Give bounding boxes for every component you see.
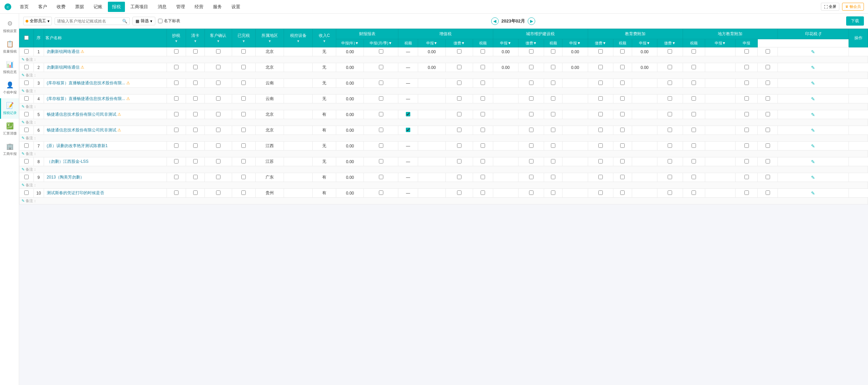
paid-checkbox-4[interactable] <box>241 112 246 116</box>
city-pay-checkbox-7[interactable] <box>551 159 555 163</box>
row-checkbox-4[interactable] <box>24 112 29 116</box>
local-declare-checkbox-3[interactable] <box>668 96 672 101</box>
edit-icon-3[interactable]: ✎ <box>811 96 815 102</box>
customer-name[interactable]: 勿删新锐网络通信 ⚠ <box>44 47 167 56</box>
city-declare-checkbox-0[interactable] <box>529 49 533 54</box>
edu-declare-checkbox-9[interactable] <box>598 190 603 195</box>
row-checkbox-0[interactable] <box>24 49 29 54</box>
select-all-checkbox[interactable] <box>24 35 29 40</box>
local-pay-checkbox-8[interactable] <box>692 175 696 179</box>
next-month-button[interactable]: ▶ <box>528 17 535 25</box>
nav-settings[interactable]: 设置 <box>227 2 244 12</box>
city-declare-checkbox-5[interactable] <box>529 128 533 132</box>
customer-name[interactable]: (原）误删勿改李艳牙测试陈赛新1 <box>44 142 167 151</box>
local-declare-checkbox-0[interactable] <box>668 49 672 54</box>
vat-declare-checkbox-0[interactable] <box>457 49 461 54</box>
stamp-declare-checkbox-5[interactable] <box>744 128 749 132</box>
fr-year-checkbox-2[interactable] <box>379 81 383 85</box>
edit-icon-0[interactable]: ✎ <box>811 49 815 55</box>
confirm-checkbox-8[interactable] <box>216 175 220 179</box>
city-declare-checkbox-2[interactable] <box>529 81 533 85</box>
vat-pay-checkbox-3[interactable] <box>481 96 485 101</box>
qingka-checkbox-3[interactable] <box>193 96 198 101</box>
paid-checkbox-8[interactable] <box>241 175 246 179</box>
confirm-checkbox-4[interactable] <box>216 112 220 116</box>
confirm-checkbox-3[interactable] <box>216 96 220 101</box>
search-input[interactable] <box>57 19 121 24</box>
local-declare-checkbox-8[interactable] <box>668 175 672 179</box>
edu-pay-checkbox-7[interactable] <box>620 159 625 163</box>
chaoshui-checkbox-4[interactable] <box>174 112 179 116</box>
sidebar-item-batch-tax[interactable]: 📋 批量报税 <box>0 37 19 57</box>
vat-pay-checkbox-2[interactable] <box>481 81 485 85</box>
stamp-shen-checkbox-5[interactable] <box>766 128 770 132</box>
fr-year-checkbox-0[interactable] <box>379 49 383 54</box>
edu-declare-checkbox-5[interactable] <box>598 128 603 132</box>
edu-declare-checkbox-4[interactable] <box>598 112 603 116</box>
edu-pay-checkbox-1[interactable] <box>620 65 625 69</box>
paid-checkbox-6[interactable] <box>241 143 246 148</box>
chaoshui-checkbox-0[interactable] <box>174 49 179 54</box>
nav-home[interactable]: 首页 <box>16 2 33 12</box>
fr-year-checkbox-4[interactable] <box>379 112 383 116</box>
edu-declare-checkbox-0[interactable] <box>598 49 603 54</box>
vat-pay-checkbox-8[interactable] <box>481 175 485 179</box>
local-pay-checkbox-0[interactable] <box>692 49 696 54</box>
filter-button[interactable]: ▦ 筛选 ▾ <box>132 17 155 25</box>
confirm-checkbox-1[interactable] <box>216 65 220 69</box>
edu-pay-checkbox-6[interactable] <box>620 143 625 148</box>
city-declare-checkbox-4[interactable] <box>529 112 533 116</box>
edu-declare-checkbox-3[interactable] <box>598 96 603 101</box>
row-checkbox-3[interactable] <box>24 96 29 101</box>
row-checkbox-9[interactable] <box>24 190 29 195</box>
qingka-checkbox-1[interactable] <box>193 65 198 69</box>
row-checkbox-8[interactable] <box>24 175 29 179</box>
vat-declare-checkbox-2[interactable] <box>457 81 461 85</box>
vat-pay-checkbox-6[interactable] <box>481 143 485 148</box>
download-button[interactable]: 下载 <box>846 16 864 26</box>
stamp-declare-checkbox-6[interactable] <box>744 143 749 148</box>
stamp-shen-checkbox-8[interactable] <box>766 175 770 179</box>
city-pay-checkbox-5[interactable] <box>551 128 555 132</box>
vat-pay-checkbox-9[interactable] <box>481 190 485 195</box>
sidebar-item-tax-record[interactable]: 📝 报税记录 <box>0 98 19 119</box>
customer-name[interactable]: 畅捷通信息技术股份有限公司民非测试 ⚠ <box>44 126 167 135</box>
paid-checkbox-2[interactable] <box>241 81 246 85</box>
vat-pay-checkbox-0[interactable] <box>481 49 485 54</box>
city-pay-checkbox-8[interactable] <box>551 175 555 179</box>
local-pay-checkbox-2[interactable] <box>692 81 696 85</box>
stamp-declare-checkbox-3[interactable] <box>744 96 749 101</box>
edu-declare-checkbox-1[interactable] <box>598 65 603 69</box>
local-pay-checkbox-3[interactable] <box>692 96 696 101</box>
edit-icon-7[interactable]: ✎ <box>811 159 815 165</box>
employee-filter-select[interactable]: 全部员工 ▾ <box>23 17 52 25</box>
fr-year-checkbox-1[interactable] <box>379 65 383 69</box>
chaoshui-checkbox-3[interactable] <box>174 96 179 101</box>
row-checkbox-5[interactable] <box>24 128 29 132</box>
customer-name[interactable]: (库存核算）直播畅捷通信息技术股份有限... ⚠ <box>44 79 167 88</box>
customer-name[interactable]: 测试斯春的凭证打印的时候是否 <box>44 189 167 198</box>
edu-declare-checkbox-6[interactable] <box>598 143 603 148</box>
city-pay-checkbox-0[interactable] <box>551 49 555 54</box>
vat-declare-checkbox-3[interactable] <box>457 96 461 101</box>
stamp-shen-checkbox-1[interactable] <box>766 65 770 69</box>
named-table-checkbox[interactable] <box>158 19 162 23</box>
sidebar-item-reconcile[interactable]: 💹 汇算清缴 <box>0 119 19 139</box>
chaoshui-checkbox-1[interactable] <box>174 65 179 69</box>
paid-checkbox-1[interactable] <box>241 65 246 69</box>
city-pay-checkbox-2[interactable] <box>551 81 555 85</box>
confirm-checkbox-0[interactable] <box>216 49 220 54</box>
paid-checkbox-0[interactable] <box>241 49 246 54</box>
fr-year-checkbox-7[interactable] <box>379 159 383 163</box>
city-declare-checkbox-3[interactable] <box>529 96 533 101</box>
qingka-checkbox-4[interactable] <box>193 112 198 116</box>
local-pay-checkbox-1[interactable] <box>692 65 696 69</box>
vat-declare-checkbox-1[interactable] <box>457 65 461 69</box>
row-checkbox-6[interactable] <box>24 143 29 148</box>
stamp-shen-checkbox-0[interactable] <box>766 49 770 54</box>
city-declare-checkbox-8[interactable] <box>529 175 533 179</box>
customer-name[interactable]: 畅捷通信息技术股份有限公司民非测试 ⚠ <box>44 110 167 119</box>
confirm-checkbox-5[interactable] <box>216 128 220 132</box>
city-declare-checkbox-6[interactable] <box>529 143 533 148</box>
fr-month-checkbox-4[interactable] <box>406 112 410 116</box>
